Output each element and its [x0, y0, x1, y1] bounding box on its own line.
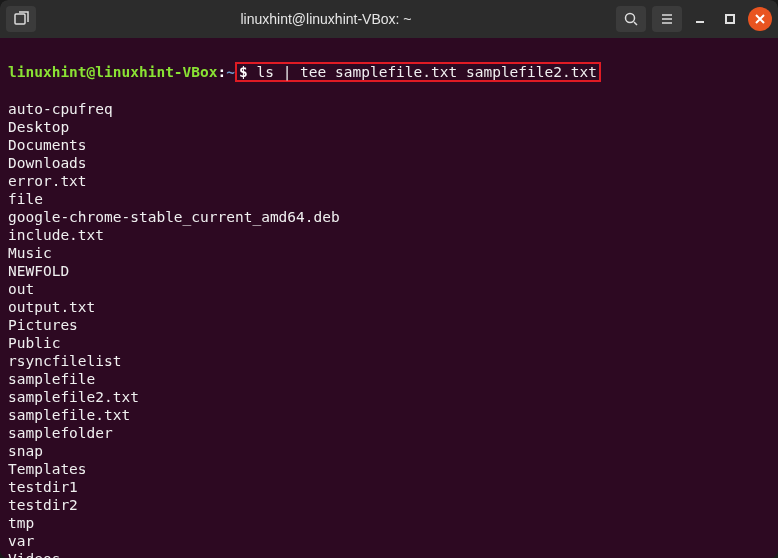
close-button[interactable]	[748, 7, 772, 31]
output-line: rsyncfilelist	[8, 352, 770, 370]
svg-rect-2	[726, 15, 734, 23]
output-line: Music	[8, 244, 770, 262]
output-line: samplefile2.txt	[8, 388, 770, 406]
maximize-button[interactable]	[718, 7, 742, 31]
terminal-viewport[interactable]: linuxhint@linuxhint-VBox:~$ ls | tee sam…	[0, 38, 778, 558]
prompt-dollar: $	[239, 64, 248, 80]
output-line: Public	[8, 334, 770, 352]
output-line: Downloads	[8, 154, 770, 172]
output-line: Desktop	[8, 118, 770, 136]
menu-button[interactable]	[652, 6, 682, 32]
command-line: linuxhint@linuxhint-VBox:~$ ls | tee sam…	[8, 62, 770, 82]
output-line: snap	[8, 442, 770, 460]
window-title: linuxhint@linuxhint-VBox: ~	[42, 11, 610, 27]
output-line: samplefile	[8, 370, 770, 388]
output-line: NEWFOLD	[8, 262, 770, 280]
output-line: var	[8, 532, 770, 550]
output-line: testdir1	[8, 478, 770, 496]
typed-command: ls | tee samplefile.txt samplefile2.txt	[248, 64, 597, 80]
search-button[interactable]	[616, 6, 646, 32]
window-titlebar: linuxhint@linuxhint-VBox: ~	[0, 0, 778, 38]
prompt-path: ~	[226, 64, 235, 80]
prompt-colon: :	[218, 64, 227, 80]
command-highlight-box: $ ls | tee samplefile.txt samplefile2.tx…	[235, 62, 601, 82]
new-tab-button[interactable]	[6, 6, 36, 32]
output-line: Videos	[8, 550, 770, 558]
output-line: error.txt	[8, 172, 770, 190]
output-line: auto-cpufreq	[8, 100, 770, 118]
output-line: include.txt	[8, 226, 770, 244]
output-line: Templates	[8, 460, 770, 478]
svg-point-1	[626, 14, 635, 23]
output-line: output.txt	[8, 298, 770, 316]
prompt-user-host: linuxhint@linuxhint-VBox	[8, 64, 218, 80]
output-line: testdir2	[8, 496, 770, 514]
output-line: Pictures	[8, 316, 770, 334]
output-line: samplefile.txt	[8, 406, 770, 424]
output-line: google-chrome-stable_current_amd64.deb	[8, 208, 770, 226]
svg-rect-0	[15, 14, 25, 24]
output-line: tmp	[8, 514, 770, 532]
minimize-button[interactable]	[688, 7, 712, 31]
output-line: Documents	[8, 136, 770, 154]
output-line: file	[8, 190, 770, 208]
output-line: samplefolder	[8, 424, 770, 442]
output-line: out	[8, 280, 770, 298]
